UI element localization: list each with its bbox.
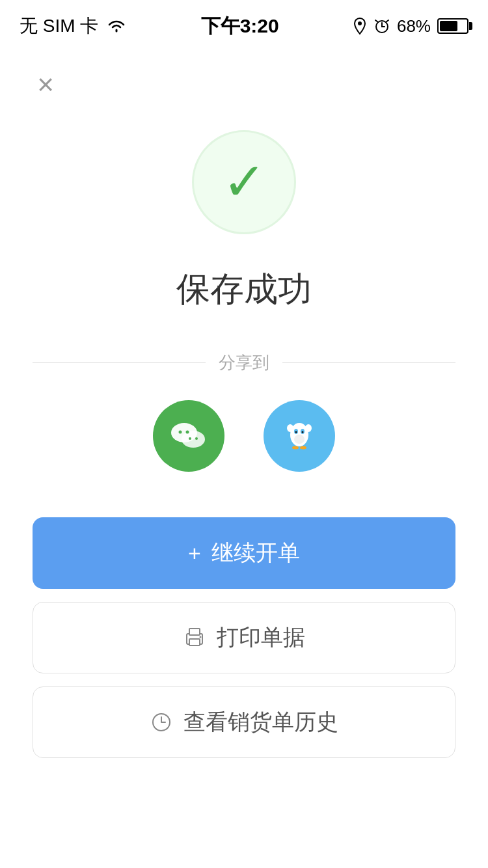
svg-point-3 bbox=[182, 431, 205, 448]
continue-label: 继续开单 bbox=[211, 538, 300, 568]
continue-button[interactable]: + 继续开单 bbox=[33, 517, 455, 589]
checkmark-icon: ✓ bbox=[223, 156, 266, 208]
alarm-icon bbox=[373, 17, 390, 35]
svg-point-7 bbox=[195, 437, 198, 440]
battery-percentage: 68% bbox=[397, 16, 431, 36]
print-button[interactable]: 打印单据 bbox=[33, 602, 455, 673]
share-label: 分享到 bbox=[219, 351, 269, 374]
svg-point-16 bbox=[300, 446, 306, 449]
svg-point-6 bbox=[189, 437, 191, 440]
svg-rect-20 bbox=[189, 639, 200, 645]
svg-point-4 bbox=[179, 431, 182, 434]
history-button[interactable]: 查看销货单历史 bbox=[33, 686, 455, 758]
divider-right bbox=[282, 362, 455, 363]
wifi-icon bbox=[106, 18, 127, 34]
svg-point-17 bbox=[287, 424, 293, 432]
success-icon-circle: ✓ bbox=[192, 130, 296, 234]
svg-point-0 bbox=[358, 21, 362, 25]
plus-icon: + bbox=[188, 541, 201, 566]
print-label: 打印单据 bbox=[217, 623, 305, 653]
success-title: 保存成功 bbox=[176, 267, 312, 312]
svg-point-15 bbox=[292, 446, 299, 449]
qq-icon bbox=[278, 415, 321, 457]
history-icon bbox=[150, 711, 173, 734]
svg-point-11 bbox=[295, 431, 297, 433]
svg-point-5 bbox=[186, 431, 189, 434]
divider-row: 分享到 bbox=[33, 351, 455, 374]
svg-point-18 bbox=[305, 424, 312, 432]
status-left: 无 SIM 卡 bbox=[20, 14, 127, 38]
status-right: 68% bbox=[353, 16, 468, 36]
close-button[interactable]: × bbox=[26, 65, 65, 104]
svg-point-12 bbox=[301, 431, 303, 433]
share-icons bbox=[153, 400, 335, 472]
status-bar: 无 SIM 卡 下午3:20 68% bbox=[0, 0, 488, 52]
battery-icon bbox=[437, 18, 468, 34]
history-label: 查看销货单历史 bbox=[183, 707, 338, 737]
share-section: 分享到 bbox=[33, 351, 455, 472]
wechat-share-button[interactable] bbox=[153, 400, 224, 472]
location-icon bbox=[353, 17, 367, 35]
main-content: ✓ 保存成功 分享到 bbox=[0, 104, 488, 758]
divider-left bbox=[33, 362, 206, 363]
status-time: 下午3:20 bbox=[201, 13, 279, 40]
qq-share-button[interactable] bbox=[264, 400, 335, 472]
svg-point-14 bbox=[294, 435, 305, 444]
close-icon: × bbox=[37, 70, 54, 99]
svg-rect-21 bbox=[189, 629, 200, 635]
svg-point-22 bbox=[200, 636, 202, 638]
carrier-text: 无 SIM 卡 bbox=[20, 14, 98, 38]
wechat-icon bbox=[166, 413, 211, 459]
action-buttons: + 继续开单 打印单据 查看销货单历史 bbox=[33, 517, 455, 758]
print-icon bbox=[183, 626, 206, 649]
